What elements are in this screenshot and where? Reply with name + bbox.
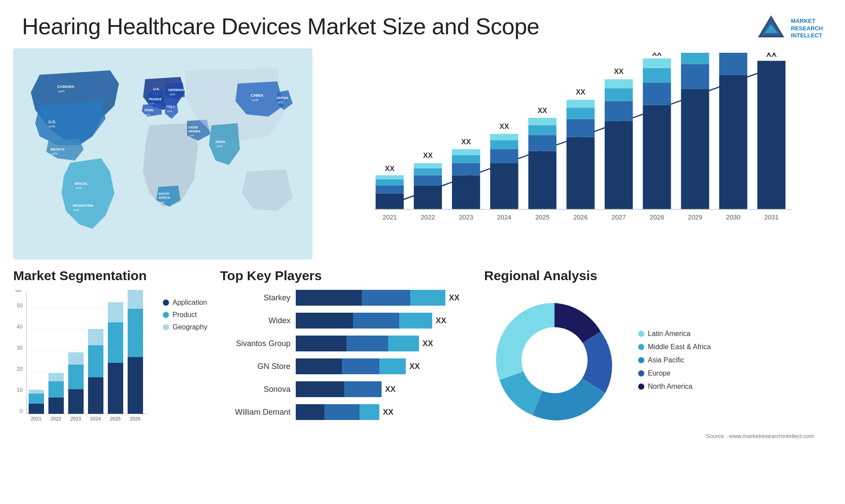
legend-middle-east: Middle East & Africa: [638, 343, 711, 351]
svg-rect-131: [108, 322, 123, 363]
player-val-sonova: XX: [385, 385, 396, 394]
svg-text:xx%: xx%: [76, 186, 81, 190]
svg-text:XX: XX: [423, 151, 433, 159]
growth-chart-svg: XX 2021 XX 2022 XX 2023 XX 2024: [330, 53, 823, 237]
middle-east-label: Middle East & Africa: [648, 343, 711, 351]
svg-rect-70: [566, 119, 595, 137]
svg-rect-42: [375, 175, 404, 179]
player-val-widex: XX: [436, 316, 446, 325]
player-val-starkey: XX: [449, 293, 459, 303]
svg-text:xx%: xx%: [73, 208, 79, 212]
player-name-starkey: Starkey: [220, 293, 290, 303]
application-dot: [163, 299, 169, 306]
svg-text:GERMANY: GERMANY: [168, 88, 187, 92]
north-america-dot: [638, 383, 644, 390]
svg-point-138: [522, 327, 588, 393]
player-row-gn: GN Store XX: [220, 358, 475, 374]
svg-rect-92: [719, 75, 747, 209]
svg-text:xx%: xx%: [48, 124, 55, 128]
svg-text:XX: XX: [766, 53, 777, 58]
bar-seg3: [410, 290, 445, 306]
player-name-william: William Demant: [220, 408, 290, 417]
svg-rect-76: [605, 101, 633, 121]
bar-seg2: [346, 336, 388, 351]
donut-svg: [484, 290, 625, 431]
logo-icon: [756, 13, 786, 44]
svg-text:AFRICA: AFRICA: [158, 196, 170, 199]
svg-text:xx%: xx%: [167, 110, 173, 113]
svg-rect-124: [68, 352, 84, 365]
legend-geography: Geography: [163, 323, 207, 331]
svg-text:U.S.: U.S.: [48, 120, 56, 124]
svg-text:xx%: xx%: [58, 89, 65, 93]
middle-east-dot: [638, 344, 644, 350]
svg-text:0: 0: [20, 408, 23, 414]
bar-seg3: [360, 404, 379, 420]
svg-rect-52: [452, 163, 480, 175]
bar-seg1: [296, 336, 346, 351]
svg-rect-71: [566, 108, 595, 119]
player-row-starkey: Starkey XX: [220, 290, 475, 306]
svg-text:ITALY: ITALY: [166, 105, 175, 108]
player-bar-starkey: XX: [296, 290, 475, 306]
svg-rect-114: [29, 404, 44, 414]
svg-rect-66: [528, 118, 556, 125]
svg-text:xx%: xx%: [159, 201, 165, 204]
svg-text:2025: 2025: [535, 214, 549, 221]
donut-chart-container: Latin America Middle East & Africa Asia …: [484, 290, 832, 431]
svg-text:2026: 2026: [573, 214, 588, 221]
svg-rect-136: [128, 290, 143, 309]
svg-text:xx%: xx%: [169, 93, 175, 96]
players-list: Starkey XX Widex: [220, 290, 475, 420]
world-map: CANADA xx% U.S. xx% MEXICO xx% BRAZIL xx…: [13, 48, 312, 259]
svg-rect-48: [414, 163, 442, 168]
svg-rect-58: [490, 149, 518, 163]
svg-rect-77: [605, 88, 633, 101]
svg-rect-118: [48, 398, 64, 414]
svg-rect-59: [490, 140, 518, 149]
svg-text:50: 50: [17, 303, 23, 309]
player-val-william: XX: [383, 408, 393, 417]
svg-rect-75: [605, 121, 633, 209]
svg-text:2023: 2023: [70, 416, 81, 421]
svg-text:CHINA: CHINA: [251, 93, 264, 98]
svg-text:SPAIN: SPAIN: [144, 109, 154, 112]
svg-text:INDIA: INDIA: [216, 140, 225, 144]
svg-text:XX: XX: [614, 67, 624, 75]
key-players-title: Top Key Players: [220, 268, 475, 283]
page-title: Hearing Healthcare Devices Market Size a…: [22, 13, 539, 40]
svg-text:2022: 2022: [51, 416, 61, 421]
bar-seg1: [296, 358, 342, 374]
svg-text:FRANCE: FRANCE: [149, 98, 162, 101]
svg-rect-54: [452, 149, 480, 155]
svg-text:2028: 2028: [650, 214, 664, 221]
svg-rect-53: [452, 155, 480, 163]
svg-rect-63: [528, 151, 556, 209]
svg-rect-64: [528, 135, 556, 151]
product-dot: [163, 312, 169, 318]
regional-analysis: Regional Analysis Lat: [484, 268, 832, 504]
svg-text:ARGENTINA: ARGENTINA: [73, 204, 94, 208]
svg-text:U.K.: U.K.: [153, 87, 160, 91]
asia-pacific-dot: [638, 357, 644, 363]
svg-rect-119: [48, 381, 64, 398]
svg-text:2026: 2026: [130, 416, 140, 421]
bar-seg2: [362, 290, 410, 306]
svg-text:2022: 2022: [421, 214, 435, 221]
player-name-widex: Widex: [220, 316, 290, 325]
player-name-gn: GN Store: [220, 362, 290, 371]
svg-rect-132: [108, 302, 123, 322]
geography-dot: [163, 324, 169, 330]
svg-rect-46: [414, 175, 442, 185]
svg-text:XX: XX: [385, 164, 394, 172]
svg-rect-87: [681, 89, 709, 209]
bottom-section: Market Segmentation 0 10 20 30 40 50 60: [0, 259, 845, 504]
source-text: Source : www.marketresearchintellect.com: [484, 433, 832, 439]
svg-text:2029: 2029: [688, 214, 702, 221]
svg-text:SOUTH: SOUTH: [158, 192, 169, 195]
player-bar-sivantos: XX: [296, 336, 475, 351]
svg-rect-93: [719, 53, 747, 75]
legend-asia-pacific: Asia Pacific: [638, 356, 711, 364]
svg-text:xx%: xx%: [189, 134, 195, 137]
svg-rect-72: [566, 100, 595, 108]
